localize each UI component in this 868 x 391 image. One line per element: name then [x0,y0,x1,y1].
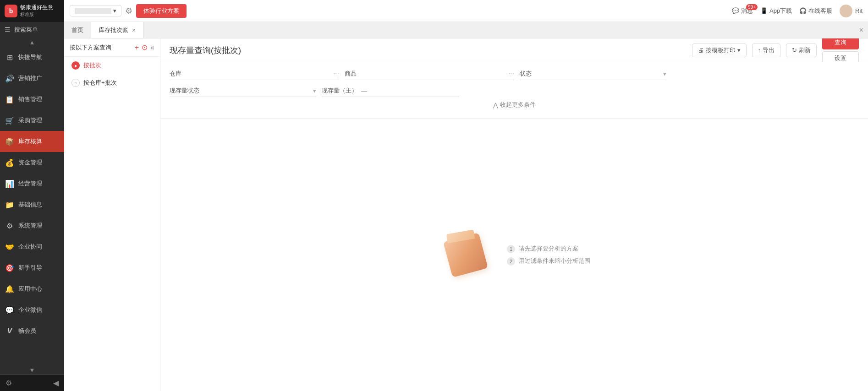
collapse-panel-icon[interactable]: « [150,43,154,52]
warehouse-filter[interactable]: 仓库 ··· [170,68,339,80]
query-button[interactable]: 查询 [822,38,859,49]
stock-status-filter[interactable]: 现存量状态 ▾ [170,85,316,97]
dropdown-arrow: ▾ [113,7,116,14]
sidebar-item-collab[interactable]: 🤝 企业协同 [0,236,64,257]
warehouse-input[interactable] [185,71,333,77]
empty-text: 1 请先选择要分析的方案 2 用过滤条件来缩小分析范围 [507,244,590,266]
sidebar-item-sales[interactable]: 📋 销售管理 [0,89,64,110]
tab-inventory-batch[interactable]: 库存批次账 × [91,22,143,38]
nav-label: 新手引导 [18,264,42,272]
print-icon: 🖨 [698,47,704,54]
inventory-icon: 📦 [5,136,15,147]
topbar-right: 💬 消息 99+ 📱 App下载 🎧 在线客服 Rit [732,5,863,17]
service-icon: 🎧 [799,7,807,14]
scheme-settings-icon[interactable]: ⊙ [142,43,148,52]
stock-main-dash: — [361,87,367,94]
add-scheme-icon[interactable]: + [135,43,139,52]
nav-label: 经营管理 [18,179,42,188]
page-title: 现存量查询(按批次) [170,45,241,56]
marketing-icon: 🔊 [5,73,15,83]
print-template-button[interactable]: 🖨 按模板打印 ▾ [692,43,747,57]
logo-text-block: 畅康通好生意 标准版 [20,4,53,18]
online-service-label: 在线客服 [808,7,832,15]
topbar-dropdown[interactable]: ▾ [70,5,121,16]
status-arrow: ▾ [663,71,666,77]
sidebar-item-inventory[interactable]: 📦 库存核算 [0,131,64,152]
sidebar-item-marketing[interactable]: 🔊 营销推广 [0,68,64,89]
refresh-label: 刷新 [799,46,811,54]
purchase-icon: 🛒 [5,115,15,125]
filter-row-1: 仓库 ··· 商品 ··· 状态 ▾ [170,68,859,80]
user-name: Rit [855,7,863,14]
empty-state: 1 请先选择要分析的方案 2 用过滤条件来缩小分析范围 [160,119,868,391]
nav-label: 营销推广 [18,74,42,82]
step-2-label: 用过滤条件来缩小分析范围 [519,257,590,265]
sidebar-item-basic[interactable]: 📁 基础信息 [0,194,64,215]
tab-close-icon[interactable]: × [132,27,136,34]
online-service-button[interactable]: 🎧 在线客服 [799,7,832,15]
sidebar-item-member[interactable]: V 畅会员 [0,320,64,342]
active-tab-label: 库存批次账 [99,26,128,34]
left-panel: 按以下方案查询 + ⊙ « ● 按批次 ○ 按仓库+批次 [64,38,160,391]
topbar-settings-icon[interactable]: ⚙ [125,6,132,16]
search-label: 搜索菜单 [14,26,38,34]
logo-title: 畅康通好生意 [20,4,53,11]
logo-subtitle: 标准版 [20,11,53,18]
sidebar-scroll-down[interactable]: ▼ [0,365,64,375]
app-icon: 📱 [760,7,768,14]
sidebar-scroll-up[interactable]: ▲ [0,38,64,47]
guide-icon: 🎯 [5,263,15,273]
product-input[interactable] [360,71,508,77]
sidebar-item-system[interactable]: ⚙ 系统管理 [0,215,64,236]
nav-label: 畅会员 [18,327,36,335]
nav-label: 企业协同 [18,243,42,251]
warehouse-dots[interactable]: ··· [333,70,339,78]
sidebar-collapse-icon[interactable]: ◀ [53,379,59,387]
filter-area: 仓库 ··· 商品 ··· 状态 ▾ [160,62,868,119]
scheme-item-batch[interactable]: ● 按批次 [64,57,160,74]
left-panel-header: 按以下方案查询 + ⊙ « [64,38,160,57]
sidebar-item-guide[interactable]: 🎯 新手引导 [0,257,64,278]
product-dots[interactable]: ··· [508,70,514,78]
product-filter[interactable]: 商品 ··· [345,68,514,80]
logo-icon: b [5,5,17,17]
stock-main-label: 现存量（主） [322,87,357,95]
filter-row-2: 现存量状态 ▾ 现存量（主） — [170,85,859,97]
sidebar-item-finance[interactable]: 💰 资金管理 [0,152,64,173]
empty-illustration [438,228,493,282]
sidebar-bottom: ⚙ ◀ [0,375,64,391]
nav-label: 销售管理 [18,95,42,103]
user-menu[interactable]: Rit [840,5,863,17]
content-area: 按以下方案查询 + ⊙ « ● 按批次 ○ 按仓库+批次 现存量查询(按批次) [64,38,868,391]
nav-label: 基础信息 [18,201,42,209]
quick-nav-icon: ⊞ [5,52,15,62]
nav-label: 应用中心 [18,285,42,293]
warehouse-label: 仓库 [170,70,181,78]
page-header: 现存量查询(按批次) 🖨 按模板打印 ▾ ↑ 导出 ↻ 刷新 [160,38,868,62]
sidebar-item-purchase[interactable]: 🛒 采购管理 [0,110,64,131]
messages-badge: 99+ [746,4,758,10]
wechat-icon: 💬 [5,305,15,315]
status-filter[interactable]: 状态 ▾ [520,68,666,80]
tabbar: 首页 库存批次账 × × [64,22,868,38]
print-arrow: ▾ [737,47,741,54]
collapse-more-button[interactable]: ⋀ 收起更多条件 [170,97,859,113]
app-center-icon: 🔔 [5,284,15,294]
refresh-button[interactable]: ↻ 刷新 [786,43,817,57]
nav-label: 库存核算 [18,137,42,146]
messages-button[interactable]: 💬 消息 99+ [732,7,753,15]
scheme-item-warehouse-batch[interactable]: ○ 按仓库+批次 [64,74,160,92]
sidebar-item-business[interactable]: 📊 经营管理 [0,173,64,194]
app-download-button[interactable]: 📱 App下载 [760,7,792,15]
system-icon: ⚙ [5,221,15,231]
tab-close-right-icon[interactable]: × [859,26,863,34]
sidebar-search[interactable]: ☰ 搜索菜单 [0,22,64,38]
bottom-settings-icon[interactable]: ⚙ [5,379,12,387]
sidebar-item-wechat[interactable]: 💬 企业微信 [0,299,64,320]
dot-inactive: ○ [71,79,80,87]
export-button[interactable]: ↑ 导出 [752,43,781,57]
experience-button[interactable]: 体验行业方案 [136,4,187,18]
sidebar-item-app-center[interactable]: 🔔 应用中心 [0,278,64,299]
tab-home[interactable]: 首页 [64,22,91,38]
sidebar-item-quick-nav[interactable]: ⊞ 快捷导航 [0,47,64,68]
